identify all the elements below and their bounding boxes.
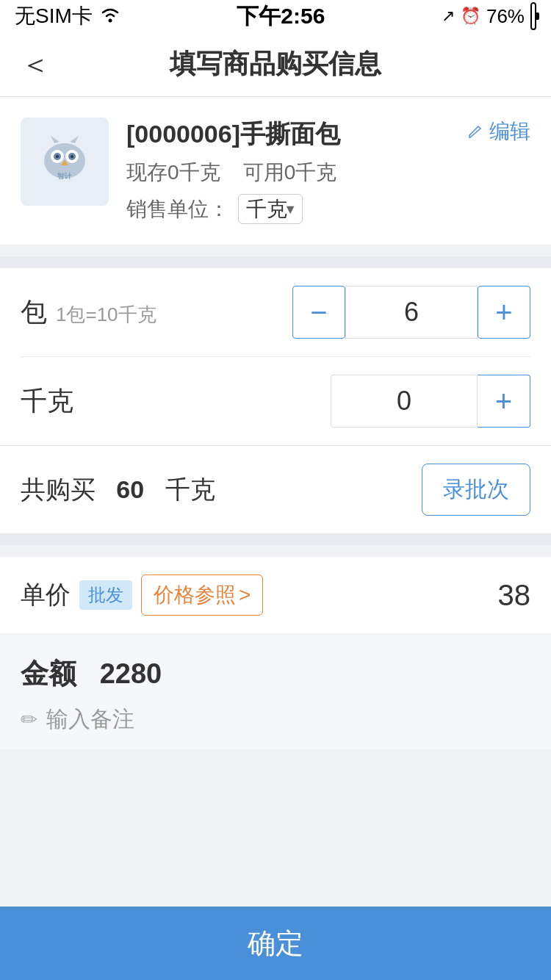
svg-marker-9 bbox=[70, 136, 79, 143]
available-text: 可用0千克 bbox=[243, 161, 337, 184]
qty-conversion-pack: 1包=10千克 bbox=[56, 302, 156, 328]
alarm-icon: ⏰ bbox=[461, 7, 480, 26]
unit-select[interactable]: 千克 克 包 bbox=[238, 194, 303, 224]
batch-badge: 批发 bbox=[79, 580, 132, 610]
pencil-icon: ✏ bbox=[21, 707, 37, 732]
svg-text:智计: 智计 bbox=[57, 172, 72, 180]
total-amount: 60 bbox=[116, 475, 144, 503]
record-batch-button[interactable]: 录批次 bbox=[422, 464, 530, 516]
status-time: 下午2:56 bbox=[237, 1, 325, 32]
price-section: 单价 批发 价格参照 > 38 bbox=[0, 557, 551, 633]
svg-marker-8 bbox=[51, 136, 60, 143]
unit-label: 销售单位： bbox=[126, 195, 229, 223]
product-image-placeholder: 智计 bbox=[38, 136, 91, 188]
qty-unit-pack: 包 bbox=[21, 295, 47, 331]
product-stock: 现存0千克 可用0千克 bbox=[126, 159, 530, 187]
qty-controls-pack: − + bbox=[292, 286, 530, 339]
amount-label: 金额 bbox=[21, 658, 76, 689]
total-purchase-text: 共购买 60 千克 bbox=[21, 473, 215, 507]
decrement-pack-button[interactable]: − bbox=[292, 286, 345, 339]
battery-percent: 76% bbox=[486, 5, 525, 28]
product-name-row: [0000006]手撕面包 编辑 bbox=[126, 118, 530, 151]
back-button[interactable]: ＜ bbox=[21, 44, 50, 84]
qty-section: 包 1包=10千克 − + 千克 + bbox=[0, 268, 551, 445]
amount-space bbox=[84, 658, 93, 689]
battery-icon bbox=[530, 5, 536, 28]
qty-input-kg[interactable] bbox=[331, 375, 478, 428]
product-full-name: [0000006]手撕面包 bbox=[126, 118, 340, 151]
wifi-icon bbox=[100, 4, 120, 28]
price-row: 单价 批发 价格参照 > 38 bbox=[21, 574, 530, 616]
carrier-text: 无SIM卡 bbox=[15, 2, 93, 30]
svg-point-6 bbox=[56, 155, 59, 158]
increment-kg-button[interactable]: + bbox=[478, 375, 530, 428]
unit-select-wrap[interactable]: 千克 克 包 bbox=[238, 194, 303, 224]
qty-unit-kg: 千克 bbox=[21, 383, 73, 419]
total-space bbox=[102, 475, 109, 503]
edit-label: 编辑 bbox=[489, 118, 530, 145]
qty-controls-kg: + bbox=[331, 375, 530, 428]
status-left: 无SIM卡 bbox=[15, 2, 120, 30]
product-card: 智计 [0000006]手撕面包 编辑 现存0千克 可用0千克 销售单位： 千克 bbox=[0, 97, 551, 245]
section-divider-1 bbox=[0, 256, 551, 268]
section-divider-2 bbox=[0, 533, 551, 545]
price-ref-button[interactable]: 价格参照 > bbox=[141, 574, 263, 616]
edit-button[interactable]: 编辑 bbox=[467, 118, 530, 145]
remark-row[interactable]: ✏ 输入备注 bbox=[21, 705, 530, 735]
nav-bar: ＜ 填写商品购买信息 bbox=[0, 32, 551, 97]
svg-point-7 bbox=[71, 155, 73, 158]
total-prefix: 共购买 bbox=[21, 475, 96, 503]
status-bar: 无SIM卡 下午2:56 ↗ ⏰ 76% bbox=[0, 0, 551, 32]
total-unit: 千克 bbox=[165, 475, 215, 503]
stock-space bbox=[226, 161, 237, 184]
qty-row-pack: 包 1包=10千克 − + bbox=[21, 268, 530, 357]
confirm-button-label: 确定 bbox=[248, 925, 303, 962]
price-label: 单价 bbox=[21, 578, 71, 612]
total-space2 bbox=[151, 475, 158, 503]
price-value: 38 bbox=[498, 579, 531, 612]
qty-label-pack: 包 1包=10千克 bbox=[21, 295, 156, 331]
page-title: 填写商品购买信息 bbox=[170, 46, 381, 82]
qty-row-kg: 千克 + bbox=[21, 357, 530, 445]
qty-label-kg: 千克 bbox=[21, 383, 73, 419]
amount-section: 金额 2280 ✏ 输入备注 bbox=[0, 635, 551, 749]
status-right: ↗ ⏰ 76% bbox=[442, 5, 536, 28]
stock-text: 现存0千克 bbox=[126, 161, 220, 184]
price-ref-label: 价格参照 bbox=[154, 581, 236, 609]
product-unit-row: 销售单位： 千克 克 包 bbox=[126, 194, 530, 224]
qty-input-pack[interactable] bbox=[345, 286, 478, 339]
product-thumbnail: 智计 bbox=[21, 118, 109, 206]
svg-point-0 bbox=[108, 19, 112, 23]
location-icon: ↗ bbox=[442, 7, 455, 26]
total-purchase-section: 共购买 60 千克 录批次 bbox=[0, 445, 551, 533]
price-ref-arrow: > bbox=[239, 583, 251, 607]
amount-value: 2280 bbox=[100, 658, 162, 689]
amount-row: 金额 2280 bbox=[21, 655, 530, 693]
increment-pack-button[interactable]: + bbox=[478, 286, 530, 339]
product-info: [0000006]手撕面包 编辑 现存0千克 可用0千克 销售单位： 千克 克 … bbox=[126, 118, 530, 224]
confirm-button-wrap[interactable]: 确定 bbox=[0, 907, 551, 980]
price-left: 单价 批发 价格参照 > bbox=[21, 574, 263, 616]
remark-placeholder: 输入备注 bbox=[46, 705, 134, 735]
